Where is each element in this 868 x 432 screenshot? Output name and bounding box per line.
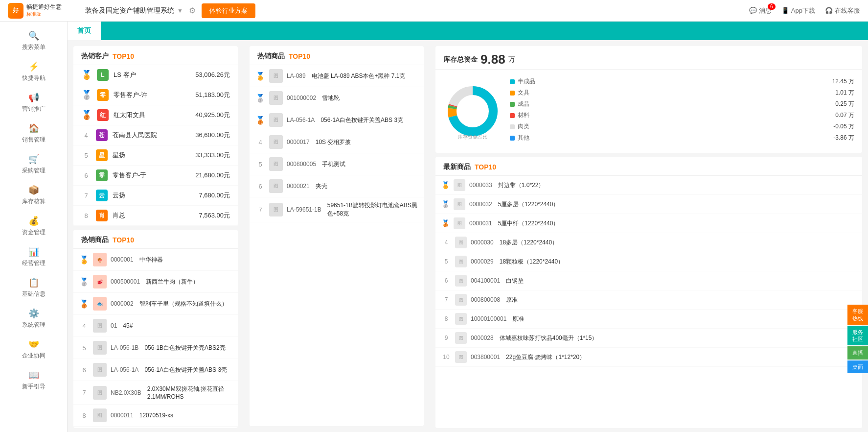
hot-top-medal-1: 🏅 (255, 72, 265, 81)
hot-bottom-row-3: 🥉 🐟 0000002 智利车子里（规格不知道填什么） (73, 293, 238, 315)
hot-bottom-name-4: 45# (123, 322, 232, 329)
float-desktop[interactable]: 桌面 (847, 360, 868, 373)
new-product-img-9: 图 (455, 332, 467, 344)
new-product-code-8: 10000100001 (471, 315, 506, 322)
sidebar-label-basicinfo: 基础信息 (22, 290, 46, 298)
hot-products-bottom-header: 热销商品 TOP10 (73, 230, 238, 249)
float-customer-service[interactable]: 客服热线 (847, 305, 868, 325)
hot-products-top-badge: TOP10 (289, 52, 310, 60)
new-product-medal-2: 🥈 (441, 200, 450, 208)
sidebar-item-inventory[interactable]: 📦 库存核算 (0, 180, 67, 211)
new-product-img-3: 图 (454, 217, 465, 229)
tab-home[interactable]: 首页 (68, 22, 101, 40)
new-product-medal-3: 🥉 (441, 219, 450, 227)
float-livestream[interactable]: 直播 (847, 346, 868, 359)
purchase-icon: 🛒 (28, 154, 39, 165)
hot-top-row-4: 4 图 0000017 10S 变相罗披 (250, 131, 424, 153)
hot-products-top-title: 热销商品 (257, 52, 285, 61)
hot-top-rank-6: 6 (255, 183, 265, 190)
settings-icon[interactable]: ⚙ (189, 6, 196, 15)
sidebar-item-basic-info[interactable]: 📋 基础信息 (0, 272, 67, 303)
legend-label-1: 半成品 (518, 77, 829, 86)
operations-icon: 📊 (28, 246, 39, 257)
header-right: 💬 消息 6 📱 App下载 🎧 在线客服 (749, 6, 860, 15)
new-product-row-4: 4 图 0000030 18多层（1220*2440） (435, 233, 862, 252)
new-product-rank-10: 10 (441, 354, 451, 360)
sidebar-item-search[interactable]: 🔍 搜索菜单 (0, 25, 67, 56)
legend-label-4: 材料 (518, 111, 832, 120)
sidebar-item-quicknav[interactable]: ⚡ 快捷导航 (0, 56, 67, 87)
customer-panel-title: 热销客户 (81, 52, 109, 61)
sidebar-item-finance[interactable]: 💰 资金管理 (0, 211, 67, 241)
sidebar-item-collab[interactable]: 🤝 企业协同 (0, 334, 67, 365)
hot-bottom-name-1: 中华神器 (139, 256, 232, 264)
customer-row-7: 7 云 云扬 7,680.00元 (73, 186, 238, 206)
content-area: 热销客户 TOP10 🏅 L LS 客户 53,006.26元 🥈 零 (68, 40, 868, 432)
new-product-name-1: 封边带（1.0*22） (498, 181, 545, 190)
online-service-button[interactable]: 🎧 在线客服 (825, 6, 860, 15)
sidebar-item-operations[interactable]: 📊 经营管理 (0, 241, 67, 272)
hot-top-name-7: 59651-1B旋转投影灯电池盒ABS黑色+58克 (327, 201, 418, 218)
message-button[interactable]: 💬 消息 6 (749, 6, 772, 15)
customer-name-4: 苍南县人民医院 (113, 131, 190, 140)
new-product-medal-1: 🏅 (441, 181, 450, 189)
hot-bottom-name-5: 056-1B白色按键开关壳ABS2壳 (144, 344, 232, 352)
inventory-total-label: 库存总资金 (443, 55, 478, 64)
app-icon: 📱 (781, 7, 789, 14)
new-product-code-2: 0000032 (469, 201, 492, 208)
new-products-panel: 最新商品 TOP10 🏅 图 0000033 封边带（1.0*22） 🥈 图 (435, 157, 862, 428)
hot-bottom-code-6: LA-056-1A (111, 366, 138, 373)
sidebar-item-system[interactable]: ⚙️ 系统管理 (0, 303, 67, 334)
guide-icon: 📖 (28, 370, 39, 381)
hot-top-row-3: 🥉 图 LA-056-1A 056-1A白色按键开关盖ABS 3克 (250, 109, 424, 131)
hot-bottom-rank-7: 7 (79, 389, 89, 396)
hot-top-code-1: LA-089 (287, 72, 306, 79)
trial-button[interactable]: 体验行业方案 (202, 3, 255, 18)
hot-bottom-img-5: 图 (93, 341, 107, 355)
hot-bottom-medal-3: 🥉 (79, 299, 89, 309)
finance-icon: 💰 (28, 216, 39, 226)
medal-gold-1: 🏅 (81, 70, 92, 80)
hot-top-code-4: 0000017 (287, 139, 310, 145)
sidebar-item-guide[interactable]: 📖 新手引导 (0, 365, 67, 396)
float-service-community[interactable]: 服务社区 (847, 326, 868, 346)
hot-bottom-row-5: 5 图 LA-056-1B 056-1B白色按键开关壳ABS2壳 (73, 337, 238, 359)
customer-ranking-panel: 热销客户 TOP10 🏅 L LS 客户 53,006.26元 🥈 零 (73, 46, 238, 226)
hot-bottom-img-8: 图 (93, 408, 107, 422)
new-product-name-9: 体城嘉枝味苏打饮品400毫升（1*15） (500, 334, 598, 342)
sidebar-item-sales[interactable]: 🏠 销售管理 (0, 118, 67, 149)
hot-products-bottom-list: 🏅 🍖 0000001 中华神器 🥈 🥩 000500001 新西兰牛肉（新牛） (73, 249, 238, 428)
sidebar-item-marketing[interactable]: 📢 营销推广 (0, 87, 67, 118)
app-download-button[interactable]: 📱 App下载 (781, 6, 815, 15)
hot-top-rank-5: 5 (255, 161, 265, 168)
message-badge: 6 (768, 3, 776, 10)
new-product-rank-7: 7 (441, 296, 451, 303)
hot-bottom-code-1: 0000001 (111, 256, 134, 263)
hot-bottom-row-9: 9 图 KK-SD22110H 花语萌恒温分腿睡袋（厚款） (73, 427, 238, 428)
new-product-code-9: 0000028 (471, 335, 494, 341)
new-product-row-6: 6 图 004100001 白钢垫 (435, 271, 862, 290)
inventory-total-unit: 万 (508, 55, 515, 64)
customer-amount-3: 40,925.00元 (195, 111, 230, 120)
rank-num-6: 6 (81, 172, 91, 179)
logo-text-group: 畅捷通好生意 标准版 (26, 3, 62, 17)
new-product-row-9: 9 图 0000028 体城嘉枝味苏打饮品400毫升（1*15） (435, 329, 862, 348)
hot-bottom-img-6: 图 (93, 363, 107, 377)
app-label: App下载 (791, 6, 815, 15)
donut-chart: 库存资金占比 (443, 82, 502, 141)
hot-top-img-2: 图 (269, 91, 283, 105)
medal-silver-2: 🥈 (81, 90, 92, 100)
legend-label-2: 文具 (518, 89, 832, 97)
system-selector[interactable]: 装备及固定资产辅助管理系统 ▼ (85, 6, 183, 15)
customer-row-8: 8 肖 肖总 7,563.00元 (73, 206, 238, 226)
new-product-rank-9: 9 (441, 335, 451, 341)
sidebar-item-purchase[interactable]: 🛒 采购管理 (0, 149, 67, 180)
quicknav-icon: ⚡ (28, 61, 39, 72)
customer-amount-6: 21,680.00元 (195, 171, 230, 180)
new-products-title: 最新商品 (443, 163, 471, 171)
customer-amount-2: 51,183.00元 (195, 91, 230, 99)
hot-bottom-name-6: 056-1A白色按键开关盖ABS 3壳 (144, 366, 232, 374)
customer-amount-1: 53,006.26元 (195, 71, 230, 79)
hot-top-name-3: 056-1A白色按键开关盖ABS 3克 (320, 116, 418, 124)
sidebar-label-inventory: 库存核算 (22, 197, 46, 206)
